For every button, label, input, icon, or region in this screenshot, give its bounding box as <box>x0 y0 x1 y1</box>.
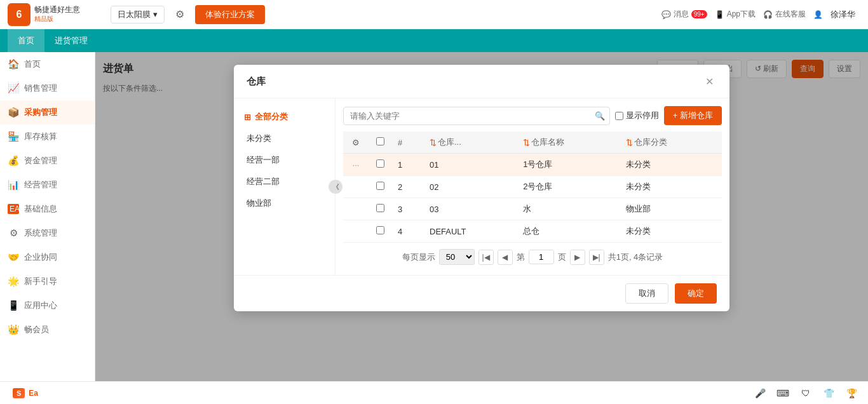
category-dept1[interactable]: 经营一部 <box>234 149 335 171</box>
shirt-icon[interactable]: 👕 <box>820 384 837 402</box>
table-head: ⚙ # ⇅ <box>343 131 722 154</box>
th-code: ⇅ 仓库... <box>423 131 517 154</box>
row-code-4: DEFAULT <box>423 220 517 243</box>
sidebar-item-finance[interactable]: 💰 资金管理 <box>0 149 95 173</box>
sidebar-item-operations[interactable]: 📊 经营管理 <box>0 173 95 197</box>
table-row[interactable]: 3 03 水 物业部 <box>343 198 722 220</box>
page-input[interactable] <box>529 250 554 264</box>
sort-icon3: ⇅ <box>626 138 633 147</box>
message-button[interactable]: 💬 消息 99+ <box>661 9 707 20</box>
keyboard-icon[interactable]: ⌨ <box>774 384 792 402</box>
page-label: 第 <box>517 252 525 263</box>
sidebar-item-purchase[interactable]: 📦 采购管理 <box>0 100 95 125</box>
total-label: 共1页, 4条记录 <box>608 252 663 263</box>
th-checkbox <box>369 131 391 154</box>
store-selector[interactable]: 日太阳膜 ▾ <box>111 6 165 24</box>
sidebar-item-enterprise[interactable]: 🤝 企业协同 <box>0 245 95 269</box>
row-name-2: 2号仓库 <box>517 176 619 198</box>
membership-icon: 👑 <box>8 324 19 335</box>
collapse-panel-button[interactable]: 《 <box>329 180 342 194</box>
tab-purchase[interactable]: 进货管理 <box>44 29 98 52</box>
basic-info-icon: EA <box>8 204 19 214</box>
first-page-btn[interactable]: |◀ <box>478 250 494 265</box>
sidebar-item-guide[interactable]: 🌟 新手引导 <box>0 269 95 293</box>
sidebar-item-basic-info[interactable]: EA 基础信息 <box>0 197 95 221</box>
mic-icon[interactable]: 🎤 <box>751 384 769 402</box>
sidebar-item-apps[interactable]: 📱 应用中心 <box>0 293 95 318</box>
search-input[interactable] <box>343 107 610 125</box>
trophy-icon[interactable]: 🏆 <box>843 384 860 402</box>
username[interactable]: 徐泽华 <box>831 9 855 20</box>
online-service-label: 在线客服 <box>775 9 806 20</box>
sort-icon2: ⇅ <box>523 138 530 147</box>
sort-icon: ⇅ <box>430 138 437 147</box>
modal-overlay: 仓库 ✕ ⊞ 全部分类 未分类 经营一 <box>95 52 868 404</box>
shield-icon[interactable]: 🛡 <box>797 384 815 402</box>
last-page-btn[interactable]: ▶| <box>589 250 604 265</box>
category-dept2[interactable]: 经营二部 <box>234 171 335 192</box>
row-name-1: 1号仓库 <box>517 154 619 176</box>
row-checkbox-1[interactable] <box>376 159 384 168</box>
show-disabled-check[interactable] <box>615 112 623 120</box>
row-checkbox-2[interactable] <box>376 182 384 190</box>
message-icon: 💬 <box>661 10 671 19</box>
table-row[interactable]: 4 DEFAULT 总仓 未分类 <box>343 220 722 243</box>
category-all[interactable]: ⊞ 全部分类 <box>234 106 335 128</box>
message-badge: 99+ <box>691 10 707 18</box>
sidebar-item-home[interactable]: 🏠 首页 <box>0 52 95 76</box>
category-unclassified[interactable]: 未分类 <box>234 128 335 149</box>
dialog-footer: 取消 确定 <box>234 275 729 311</box>
sidebar-item-inventory[interactable]: 🏪 库存核算 <box>0 125 95 149</box>
content-area: 进货单 🖨 打印 ↑ 导出 ↺ 刷新 查询 设置 按以下条件筛选... 仓库 ✕ <box>95 52 868 404</box>
sidebar: 🏠 首页 📈 销售管理 📦 采购管理 🏪 库存核算 💰 资金管理 📊 经营管理 … <box>0 52 95 404</box>
next-page-btn[interactable]: ▶ <box>570 250 585 265</box>
operations-icon: 📊 <box>8 179 19 191</box>
inventory-icon: 🏪 <box>8 131 19 142</box>
row-num-2: 2 <box>391 176 423 198</box>
table-row[interactable]: 2 02 2号仓库 未分类 <box>343 176 722 198</box>
row-actions-3 <box>343 198 369 220</box>
logo-text: 畅捷通好生意 <box>34 5 80 15</box>
add-warehouse-button[interactable]: + 新增仓库 <box>664 106 722 125</box>
dialog-close-button[interactable]: ✕ <box>702 74 717 89</box>
category-property[interactable]: 物业部 <box>234 192 335 214</box>
select-all-checkbox[interactable] <box>376 137 384 145</box>
row-actions: ··· <box>343 154 369 176</box>
trial-button[interactable]: 体验行业方案 <box>195 5 265 24</box>
settings-icon[interactable]: ⚙ <box>170 4 190 25</box>
table-header-row: ⚙ # ⇅ <box>343 131 722 154</box>
headset-icon: 🎧 <box>763 10 773 19</box>
search-icon[interactable]: 🔍 <box>595 111 605 121</box>
table-row[interactable]: ··· 1 01 1号仓库 未分类 <box>343 154 722 176</box>
row-checkbox-4[interactable] <box>376 226 384 234</box>
cancel-button[interactable]: 取消 <box>625 283 668 304</box>
more-icon[interactable]: ··· <box>353 160 360 170</box>
row-checkbox-cell-4 <box>369 220 391 243</box>
online-service-button[interactable]: 🎧 在线客服 <box>763 9 806 20</box>
confirm-button[interactable]: 确定 <box>675 283 717 304</box>
sidebar-item-sales[interactable]: 📈 销售管理 <box>0 76 95 100</box>
sidebar-item-membership[interactable]: 👑 畅会员 <box>0 318 95 342</box>
purchase-icon: 📦 <box>8 107 19 118</box>
row-num-3: 3 <box>391 198 423 220</box>
app-download-button[interactable]: 📱 App下载 <box>715 9 756 20</box>
table-body: ··· 1 01 1号仓库 未分类 <box>343 154 722 243</box>
row-name-3: 水 <box>517 198 619 220</box>
show-disabled-checkbox[interactable]: 显示停用 <box>615 110 659 121</box>
tab-home[interactable]: 首页 <box>8 29 44 52</box>
avatar-icon: 👤 <box>813 10 823 19</box>
user-avatar[interactable]: 👤 <box>813 10 823 19</box>
bottom-bar: S Ea 🎤 ⌨ 🛡 👕 🏆 <box>0 381 868 404</box>
download-icon: 📱 <box>715 10 724 19</box>
row-code-2: 02 <box>423 176 517 198</box>
row-checkbox-3[interactable] <box>376 204 384 212</box>
main-layout: 🏠 首页 📈 销售管理 📦 采购管理 🏪 库存核算 💰 资金管理 📊 经营管理 … <box>0 52 868 404</box>
per-page-select[interactable]: 50 100 <box>439 249 475 265</box>
row-checkbox-cell-3 <box>369 198 391 220</box>
header-center: 日太阳膜 ▾ ⚙ 体验行业方案 <box>103 4 661 25</box>
sub-header: 首页 进货管理 <box>0 29 868 52</box>
th-name: ⇅ 仓库名称 <box>517 131 619 154</box>
row-cat-3: 物业部 <box>620 198 722 220</box>
sidebar-item-system[interactable]: ⚙ 系统管理 <box>0 221 95 245</box>
prev-page-btn[interactable]: ◀ <box>498 250 513 265</box>
